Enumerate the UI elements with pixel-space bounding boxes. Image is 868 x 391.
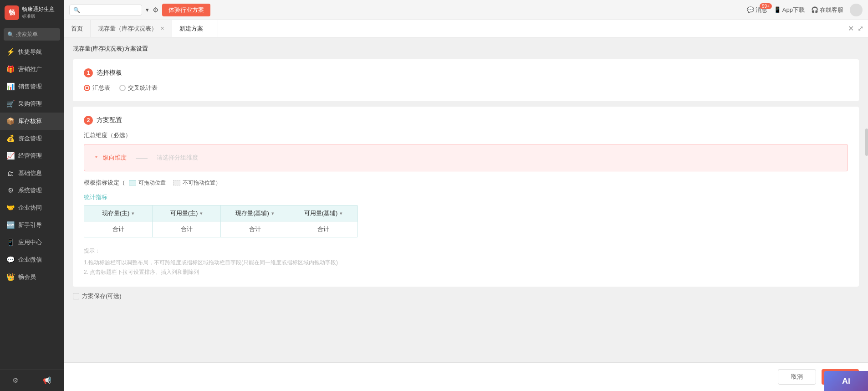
sidebar-item-label: 采购管理 [18, 100, 42, 108]
tab-new-scheme[interactable]: 新建方案 ✕ [172, 20, 218, 37]
sidebar-item-label: 基础信息 [18, 169, 42, 177]
tab-home-label: 首页 [71, 25, 83, 33]
sidebar-item-marketing[interactable]: 🎁 营销推广 [0, 61, 64, 78]
tab-home[interactable]: 首页 [64, 20, 91, 37]
tab-inventory-status-close[interactable]: ✕ [160, 26, 164, 31]
topbar-search-input[interactable] [82, 7, 128, 13]
page-title: 现存量(库存状况表)方案设置 [73, 45, 859, 53]
sidebar-item-member[interactable]: 👑 畅会员 [0, 268, 64, 286]
metrics-table-body: 合计 合计 合计 合计 [84, 221, 357, 237]
tab-new-scheme-close[interactable]: ✕ [206, 26, 210, 31]
save-row: 方案保存(可选) [73, 292, 859, 300]
sidebar-item-wechat[interactable]: 💬 企业微信 [0, 251, 64, 268]
sidebar-item-basic[interactable]: 🗂 基础信息 [0, 165, 64, 182]
speaker-icon[interactable]: 📢 [39, 375, 55, 386]
required-star: * [95, 154, 97, 161]
radio-cross-label: 交叉统计表 [128, 84, 158, 92]
topbar-left: 🔍 ▾ ⚙ 体验行业方案 [69, 4, 743, 16]
step2-title: 方案配置 [97, 116, 122, 124]
radio-cross[interactable]: 交叉统计表 [119, 84, 158, 92]
sidebar: 畅 畅康通好生意 标准版 🔍 搜索菜单 ⚡ 快捷导航 🎁 营销推广 📊 销售管理… [0, 0, 64, 391]
metrics-header-1[interactable]: 可用量(主) ▾ [153, 206, 220, 221]
ai-button[interactable]: Ai [824, 371, 868, 391]
legend-fixed: 不可拖动位置） [173, 179, 221, 187]
sidebar-item-label: 应用中心 [18, 238, 42, 247]
purchase-icon: 🛒 [6, 100, 15, 108]
dimension-box[interactable]: * 纵向维度 —— 请选择分组维度 [84, 144, 848, 171]
sidebar-item-quick-nav[interactable]: ⚡ 快捷导航 [0, 43, 64, 61]
sidebar-item-label: 畅会员 [18, 273, 36, 281]
legend-draggable: 可拖动位置 [129, 179, 166, 187]
online-service-button[interactable]: 🎧 在线客服 [811, 6, 843, 14]
sidebar-item-sales[interactable]: 📊 销售管理 [0, 78, 64, 95]
sidebar-item-label: 经营管理 [18, 152, 42, 160]
gear-icon[interactable]: ⚙ [153, 6, 158, 14]
sidebar-item-operations[interactable]: 📈 经营管理 [0, 147, 64, 165]
save-checkbox[interactable] [73, 293, 79, 299]
tip-1: 2. 点击标题栏下拉可设置排序、插入列和删除列 [84, 268, 848, 278]
radio-summary[interactable]: 汇总表 [84, 84, 110, 92]
tip-1-text: 2. 点击标题栏下拉可设置排序、插入列和删除列 [84, 268, 199, 278]
sidebar-item-apps[interactable]: 📱 应用中心 [0, 234, 64, 251]
inventory-icon: 📦 [6, 117, 15, 125]
metrics-col-2: 现存量(基辅) ▾ [221, 206, 289, 221]
step2-card: 2 方案配置 汇总维度（必选） * 纵向维度 —— 请选择分组维度 模板指标设定… [73, 107, 859, 287]
metrics-table: 现存量(主) ▾ 可用量(主) ▾ 现存量(基辅) ▾ [84, 205, 358, 237]
sidebar-item-guide[interactable]: 🆕 新手引导 [0, 216, 64, 234]
save-label: 方案保存(可选) [82, 292, 122, 300]
cancel-button[interactable]: 取消 [778, 369, 816, 385]
topbar-dropdown[interactable]: ▾ [146, 6, 149, 13]
message-button[interactable]: 💬 消息 99+ [747, 6, 767, 14]
chevron-down-0: ▾ [132, 211, 134, 216]
sidebar-item-purchase[interactable]: 🛒 采购管理 [0, 95, 64, 113]
metrics-body-col-1: 合计 [153, 221, 221, 237]
metrics-header-3[interactable]: 可用量(基辅) ▾ [289, 206, 357, 221]
message-icon: 💬 [747, 6, 754, 13]
chevron-down-3: ▾ [340, 211, 342, 216]
search-icon: 🔍 [7, 31, 14, 38]
sidebar-item-label: 资金管理 [18, 134, 42, 143]
settings-icon[interactable]: ⚙ [9, 375, 22, 386]
indicator-setting: 模板指标设定（ 可拖动位置 不可拖动位置） [84, 179, 848, 187]
sidebar-item-label: 企业协同 [18, 204, 42, 212]
sidebar-item-label: 营销推广 [18, 65, 42, 73]
app-download-button[interactable]: 📱 App下载 [774, 6, 805, 14]
sidebar-item-corp[interactable]: 🤝 企业协同 [0, 199, 64, 216]
sidebar-search[interactable]: 🔍 搜索菜单 [4, 28, 60, 41]
tab-expand-icon[interactable]: ⤢ [858, 24, 863, 33]
marketing-icon: 🎁 [6, 65, 15, 73]
metrics-header-label-0: 现存量(主) [102, 209, 130, 217]
topbar: 🔍 ▾ ⚙ 体验行业方案 💬 消息 99+ 📱 App下载 🎧 在线客服 [64, 0, 868, 20]
metrics-col-1: 可用量(主) ▾ [153, 206, 221, 221]
sidebar-item-finance[interactable]: 💰 资金管理 [0, 130, 64, 147]
chevron-down-icon: ▾ [146, 6, 149, 13]
scroll-thumb[interactable] [865, 129, 868, 156]
quick-nav-icon: ⚡ [6, 48, 15, 56]
metrics-header-2[interactable]: 现存量(基辅) ▾ [221, 206, 289, 221]
sidebar-item-label: 企业微信 [18, 256, 42, 264]
sidebar-bottom: ⚙ 📢 [0, 370, 64, 391]
topbar-searchbox[interactable]: 🔍 [69, 5, 142, 15]
chevron-down-2: ▾ [271, 211, 274, 216]
legend-draggable-box [129, 180, 136, 185]
tab-close-icon[interactable]: ✕ [848, 24, 854, 33]
trial-industry-button[interactable]: 体验行业方案 [162, 4, 210, 16]
metrics-body-3: 合计 [289, 221, 357, 237]
basic-icon: 🗂 [6, 170, 15, 177]
metrics-col-0: 现存量(主) ▾ [84, 206, 153, 221]
tab-inventory-status[interactable]: 现存量（库存状况表） ✕ [91, 20, 172, 37]
online-service-label: 在线客服 [820, 6, 843, 14]
step2-header: 2 方案配置 [84, 116, 848, 125]
sidebar-search-label: 搜索菜单 [16, 31, 38, 38]
chevron-down-1: ▾ [200, 211, 203, 216]
metrics-header-0[interactable]: 现存量(主) ▾ [84, 206, 152, 221]
metrics-body-col-2: 合计 [221, 221, 289, 237]
user-avatar[interactable] [850, 4, 863, 16]
sidebar-item-label: 新手引导 [18, 221, 42, 229]
corp-icon: 🤝 [6, 204, 15, 212]
operations-icon: 📈 [6, 152, 15, 160]
sidebar-item-system[interactable]: ⚙ 系统管理 [0, 182, 64, 199]
sidebar-item-label: 库存核算 [18, 117, 42, 125]
sidebar-item-inventory[interactable]: 📦 库存核算 [0, 113, 64, 130]
main-area: 🔍 ▾ ⚙ 体验行业方案 💬 消息 99+ 📱 App下载 🎧 在线客服 [64, 0, 868, 391]
